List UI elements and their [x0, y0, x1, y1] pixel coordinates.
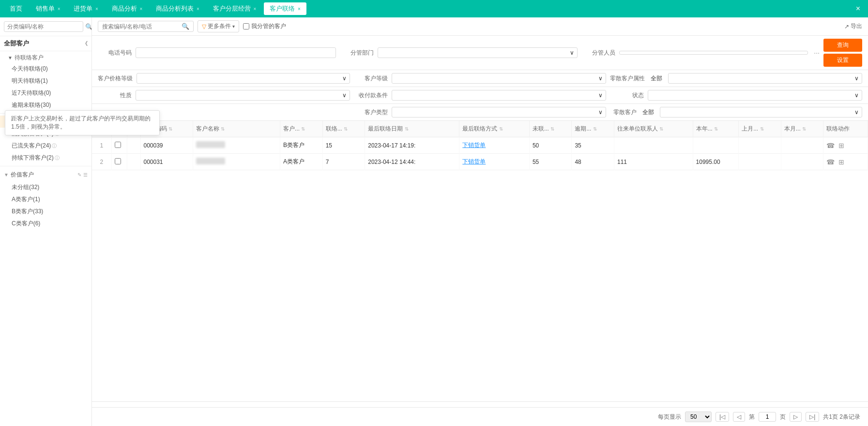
- sidebar-item-today[interactable]: 今天待联络(0): [0, 63, 91, 75]
- value-customers-group[interactable]: ▼ 价值客户 ✎ ☰: [0, 168, 91, 181]
- nav-item-product-analysis[interactable]: 商品分析 ×: [106, 2, 148, 15]
- sort-overdue-icon[interactable]: ⇅: [593, 126, 597, 132]
- my-customers-checkbox-wrap[interactable]: 我分管的客户: [243, 22, 286, 30]
- horizontal-scrollbar[interactable]: [92, 401, 868, 407]
- sort-name-icon[interactable]: ⇅: [221, 126, 225, 132]
- filter-funnel-icon: ▽: [202, 23, 206, 30]
- nav-close-product-list[interactable]: ×: [197, 6, 199, 12]
- filter-retail-customer: 零散客户 全部 ∨: [610, 107, 862, 118]
- settings-button[interactable]: 设置: [823, 54, 862, 67]
- declining-info-icon[interactable]: ⓘ: [55, 155, 60, 162]
- nav-close-customer-contact[interactable]: ×: [298, 6, 301, 12]
- row2-checkbox[interactable]: [115, 158, 121, 164]
- sidebar-item-declining[interactable]: 持续下滑客户(2) ⓘ: [0, 152, 91, 164]
- per-page-select[interactable]: 50 100 200: [685, 411, 712, 422]
- all-customers-section[interactable]: 全部客户 《: [0, 36, 91, 51]
- payment-chevron: ∨: [598, 92, 603, 99]
- prev-page-button[interactable]: ◁: [733, 412, 745, 422]
- export-label: 导出: [851, 22, 862, 30]
- sidebar-item-ungrouped[interactable]: 未分组(32): [0, 181, 91, 193]
- nav-item-product-analysis-list[interactable]: 商品分析列表 ×: [150, 2, 205, 15]
- person-select[interactable]: [619, 51, 808, 55]
- row1-last-method[interactable]: 下销货单: [459, 137, 530, 154]
- filter-customer-type: 客户类型 ∨: [354, 107, 606, 118]
- row1-name: [193, 137, 280, 154]
- sidebar-item-tomorrow[interactable]: 明天待联络(1): [0, 75, 91, 87]
- row2-method-link[interactable]: 下销货单: [462, 158, 486, 165]
- page-number-input[interactable]: [759, 412, 776, 422]
- nature-select[interactable]: ∨: [136, 90, 350, 101]
- sort-date-icon[interactable]: ⇅: [405, 126, 409, 132]
- pending-contact-group[interactable]: ▼ 待联络客户: [0, 51, 91, 63]
- cust-level-select[interactable]: ∨: [392, 73, 606, 84]
- sidebar-search-icon[interactable]: 🔍: [85, 23, 92, 30]
- export-button[interactable]: ↗ 导出: [844, 22, 862, 30]
- row1-action-grid-icon[interactable]: ⊞: [838, 142, 844, 149]
- phone-input[interactable]: [136, 47, 336, 58]
- nav-item-sales[interactable]: 销售单 ×: [30, 2, 66, 15]
- nav-item-purchase[interactable]: 进货单 ×: [68, 2, 104, 15]
- cust-type-select[interactable]: ∨: [392, 107, 606, 118]
- sort-contact-icon[interactable]: ⇅: [344, 126, 348, 132]
- row1-method-link[interactable]: 下销货单: [462, 142, 486, 148]
- retail-attr-select[interactable]: ∨: [668, 73, 862, 84]
- sidebar-search-input[interactable]: [4, 21, 83, 32]
- sidebar-item-lost[interactable]: 已流失客户(24) ⓘ: [0, 140, 91, 152]
- first-page-button[interactable]: |◁: [716, 412, 729, 422]
- value-customers-edit-icon[interactable]: ✎: [77, 172, 81, 177]
- nav-close-customer-segment[interactable]: ×: [254, 6, 257, 12]
- lost-info-icon[interactable]: ⓘ: [52, 143, 57, 149]
- retail-cust-select[interactable]: ∨: [660, 107, 862, 118]
- nav-item-customer-contact[interactable]: 客户联络 ×: [264, 2, 306, 15]
- sidebar-item-a-class[interactable]: A类客户(1): [0, 193, 91, 206]
- sort-type-icon[interactable]: ⇅: [301, 126, 305, 132]
- my-customers-label: 我分管的客户: [251, 22, 286, 30]
- more-conditions-button[interactable]: ▽ 更多条件 ▾: [198, 20, 239, 32]
- nav-item-home[interactable]: 首页: [4, 2, 28, 15]
- query-button[interactable]: 查询: [823, 39, 862, 52]
- payment-select[interactable]: ∨: [392, 90, 606, 101]
- filter-grid-row3: 性质 ∨ 收付款条件 ∨ 状态 ∨: [92, 87, 868, 104]
- sidebar-item-c-class[interactable]: C类客户(6): [0, 218, 91, 230]
- sort-code-icon[interactable]: ⇅: [168, 126, 172, 132]
- price-level-select[interactable]: ∨: [137, 73, 350, 84]
- payment-label: 收付款条件: [354, 91, 388, 100]
- total-label: 共1页 2条记录: [823, 413, 860, 421]
- nav-close-sales[interactable]: ×: [58, 6, 61, 12]
- cust-type-chevron: ∨: [598, 109, 603, 116]
- nav-close-purchase[interactable]: ×: [95, 6, 98, 12]
- close-all-button[interactable]: ×: [852, 4, 864, 13]
- nav-item-customer-segment[interactable]: 客户分层经营 ×: [207, 2, 262, 15]
- next-page-button[interactable]: ▷: [790, 412, 802, 422]
- main-search-icon[interactable]: 🔍: [182, 23, 189, 30]
- row2-action-grid-icon[interactable]: ⊞: [838, 158, 844, 166]
- row1-type: B类客户: [280, 137, 323, 154]
- sort-method-icon[interactable]: ⇅: [499, 126, 503, 132]
- value-customers-settings-icon[interactable]: ☰: [83, 172, 88, 177]
- sidebar-item-7days[interactable]: 近7天待联络(0): [0, 87, 91, 99]
- sort-no-contact-icon[interactable]: ⇅: [550, 126, 554, 132]
- sidebar-item-overdue[interactable]: 逾期未联络(30): [0, 99, 91, 111]
- row2-last-method[interactable]: 下销货单: [459, 154, 530, 170]
- sort-year-icon[interactable]: ⇅: [714, 126, 718, 132]
- sidebar-collapse-icon[interactable]: 《: [82, 40, 88, 47]
- sort-last-month-icon[interactable]: ⇅: [760, 126, 764, 132]
- row1-checkbox[interactable]: [115, 142, 121, 148]
- last-page-button[interactable]: ▷|: [806, 412, 819, 422]
- row1-action-phone-icon[interactable]: ☎: [826, 142, 835, 149]
- dept-select[interactable]: ∨: [378, 47, 578, 58]
- filter-payment: 收付款条件 ∨: [354, 90, 606, 101]
- cust-type-label: 客户类型: [354, 108, 388, 117]
- row2-action-phone-icon[interactable]: ☎: [826, 158, 835, 166]
- nav-close-product-analysis[interactable]: ×: [140, 6, 143, 12]
- person-dots-icon[interactable]: ···: [814, 49, 820, 57]
- row2-last-date: 2023-04-12 14:44:: [365, 154, 459, 170]
- sort-unit-icon[interactable]: ⇅: [659, 126, 663, 132]
- my-customers-checkbox[interactable]: [243, 23, 249, 29]
- sidebar-item-b-class[interactable]: B类客户(33): [0, 206, 91, 218]
- pagination-bar: 每页显示 50 100 200 |◁ ◁ 第 页 ▷ ▷| 共1页 2条记录: [92, 407, 868, 426]
- col-this-month: 本月... ⇅: [781, 121, 823, 137]
- status-select[interactable]: ∨: [648, 90, 862, 101]
- sort-this-month-icon[interactable]: ⇅: [802, 126, 806, 132]
- main-search-input[interactable]: [102, 23, 180, 30]
